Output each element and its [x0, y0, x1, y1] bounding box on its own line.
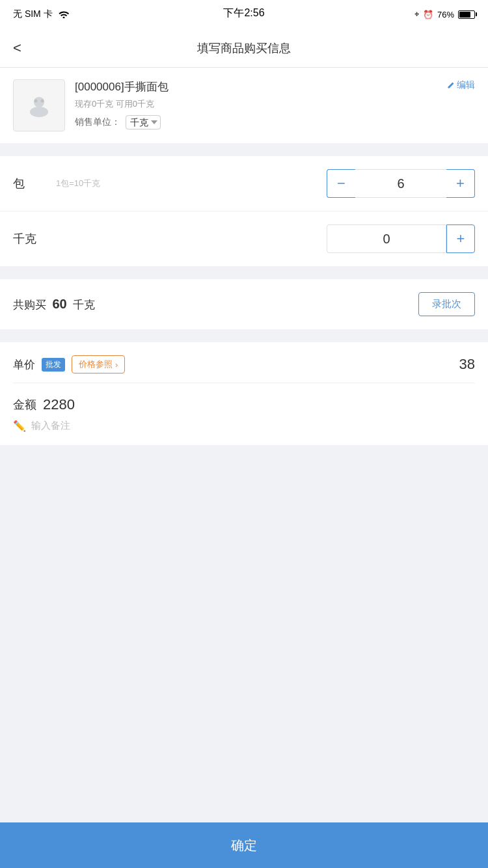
empty-area: [0, 445, 488, 614]
qty-label-bao: 包: [13, 176, 52, 191]
separator-3: [0, 336, 488, 342]
price-label: 单价: [13, 357, 35, 372]
battery-percent: 76%: [437, 10, 454, 20]
alarm-icon: ⏰: [423, 10, 433, 20]
qty-controls-bao: − +: [327, 169, 475, 198]
note-row[interactable]: ✏️ 输入备注: [13, 413, 475, 435]
product-info: [0000006]手撕面包 编辑 现存0千克 可用0千克 销售单位： 千克 包: [75, 79, 475, 129]
wifi-icon: [58, 9, 70, 20]
product-thumbnail: [13, 79, 65, 131]
product-stock: 现存0千克 可用0千克: [75, 98, 475, 110]
qty-plus-button-kg[interactable]: +: [446, 224, 475, 253]
nav-bar: < 填写商品购买信息: [0, 29, 488, 68]
price-value: 38: [459, 356, 475, 373]
unit-select[interactable]: 千克 包: [126, 115, 161, 129]
total-text: 共购买 60 千克: [13, 297, 95, 312]
edit-button[interactable]: 编辑: [447, 79, 475, 91]
total-row: 共购买 60 千克 录批次: [0, 279, 488, 329]
qty-plus-button[interactable]: +: [446, 169, 475, 198]
note-icon: ✏️: [13, 420, 26, 432]
price-ref-button[interactable]: 价格参照 ›: [72, 355, 125, 373]
status-time: 下午2:56: [223, 7, 264, 20]
qty-minus-button[interactable]: −: [327, 169, 355, 198]
qty-input-bao[interactable]: [355, 169, 446, 198]
note-label: 输入备注: [31, 420, 70, 432]
svg-point-3: [41, 100, 44, 103]
qty-label-kg: 千克: [13, 231, 52, 247]
amount-value: 2280: [43, 396, 75, 413]
quantity-row-bao: 包 1包=10千克 − +: [0, 156, 488, 211]
product-name: [0000006]手撕面包: [75, 79, 169, 94]
price-section: 单价 批发 价格参照 › 38 金额 2280 ✏️ 输入备注: [0, 342, 488, 445]
product-card: [0000006]手撕面包 编辑 现存0千克 可用0千克 销售单位： 千克 包: [0, 68, 488, 143]
page-title: 填写商品购买信息: [197, 40, 291, 56]
qty-controls-kg: +: [327, 224, 475, 253]
status-indicators: ⌖ ⏰ 76%: [414, 9, 475, 20]
amount-label: 金额: [13, 397, 36, 413]
separator-2: [0, 273, 488, 279]
svg-point-1: [30, 107, 48, 117]
separator-1: [0, 150, 488, 156]
qty-hint-bao: 1包=10千克: [56, 178, 327, 189]
quantity-section: 包 1包=10千克 − + 千克 +: [0, 156, 488, 266]
svg-point-2: [34, 100, 38, 103]
back-button[interactable]: <: [13, 40, 21, 57]
battery-icon: [458, 10, 475, 19]
amount-row: 金额 2280: [13, 392, 475, 413]
price-row: 单价 批发 价格参照 › 38: [13, 355, 475, 373]
qty-input-kg[interactable]: [327, 224, 446, 253]
unit-label: 销售单位：: [75, 116, 120, 128]
total-amount: 60: [52, 297, 66, 311]
batch-button[interactable]: 录批次: [418, 292, 475, 316]
status-carrier: 无 SIM 卡: [13, 8, 70, 20]
price-tag: 批发: [42, 358, 65, 372]
carrier-text: 无 SIM 卡: [13, 8, 53, 20]
quantity-row-kg: 千克 +: [0, 211, 488, 266]
product-unit-row: 销售单位： 千克 包: [75, 115, 475, 129]
confirm-button[interactable]: 确定: [0, 822, 488, 868]
status-bar: 无 SIM 卡 下午2:56 ⌖ ⏰ 76%: [0, 0, 488, 29]
location-icon: ⌖: [414, 9, 419, 20]
